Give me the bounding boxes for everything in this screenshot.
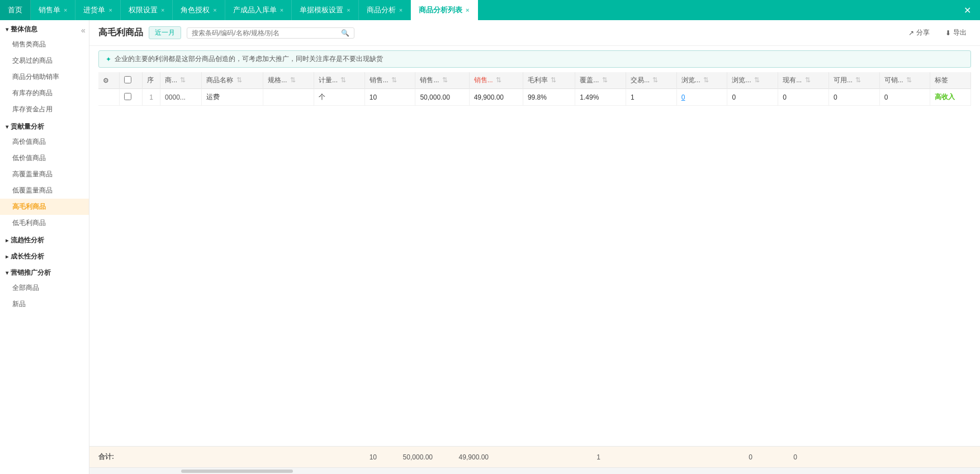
col-saleable-stock[interactable]: 可销... ⇅ (879, 72, 930, 89)
sidebar-item-sales-goods[interactable]: 销售类商品 (0, 36, 89, 53)
sidebar-group-contribution[interactable]: ▾ 贡献量分析 (0, 118, 89, 134)
cell-available-stock: 0 (828, 89, 879, 106)
col-transaction[interactable]: 交易... ⇅ (626, 72, 677, 89)
cell-name: 运费 (202, 89, 263, 106)
search-box: 🔍 (187, 27, 354, 39)
close-product-warehouse[interactable]: × (280, 7, 283, 13)
horizontal-scrollbar[interactable] (89, 467, 980, 474)
col-browse1[interactable]: 浏览... ⇅ (676, 72, 727, 89)
cell-gross-margin: 99.8% (523, 89, 575, 106)
col-code[interactable]: 商... ⇅ (160, 72, 202, 89)
arrow-down-icon-3: ▾ (6, 270, 8, 276)
close-role-auth[interactable]: × (213, 7, 216, 13)
sidebar-item-distribution-rate[interactable]: 商品分销助销率 (0, 69, 89, 85)
cell-spec (263, 89, 314, 106)
search-icon[interactable]: 🔍 (341, 29, 349, 37)
col-current-stock[interactable]: 现有... ⇅ (778, 72, 829, 89)
close-sales-order[interactable]: × (64, 7, 67, 13)
sidebar-item-high-coverage[interactable]: 高覆盖量商品 (0, 166, 89, 182)
select-all-checkbox[interactable] (124, 76, 131, 83)
sidebar-item-low-value[interactable]: 低价值商品 (0, 150, 89, 166)
sidebar-item-low-margin[interactable]: 低毛利商品 (0, 215, 89, 231)
col-sales-amount[interactable]: 销售... ⇅ (415, 72, 469, 89)
sidebar-item-all-goods[interactable]: 全部商品 (0, 280, 89, 296)
sidebar-group-growth[interactable]: ▸ 成长性分析 (0, 247, 89, 264)
export-button[interactable]: ⬇ 导出 (941, 26, 971, 40)
cell-sales-amount: 50,000.00 (415, 89, 469, 106)
nav-product-analysis[interactable]: 商品分析 × (359, 0, 411, 20)
cell-browse1[interactable]: 0 (676, 89, 727, 106)
cell-settings (98, 89, 120, 106)
close-permission-settings[interactable]: × (161, 7, 164, 13)
cell-tag: 高收入 (930, 89, 971, 106)
footer-sales-amount: 50,000.00 (388, 453, 444, 461)
content-header: 高毛利商品 近一月 🔍 ↗ 分享 ⬇ 导出 (89, 20, 980, 46)
scrollbar-thumb[interactable] (181, 470, 293, 473)
col-settings[interactable]: ⚙ (98, 72, 120, 89)
top-navigation: 首页 销售单 × 进货单 × 权限设置 × 角色授权 × 产成品入库单 × 单据… (0, 0, 980, 20)
arrow-down-icon: ▾ (6, 26, 8, 32)
nav-role-auth[interactable]: 角色授权 × (173, 0, 225, 20)
sidebar-item-in-stock-goods[interactable]: 有库存的商品 (0, 85, 89, 101)
col-gross-margin[interactable]: 毛利率 ⇅ (523, 72, 575, 89)
table-wrapper: ⚙ 序 商... ⇅ 商品名称 ⇅ 规格... ⇅ (98, 72, 971, 446)
arrow-right-icon-2: ▸ (6, 254, 8, 260)
sort-icon-5: ⇅ (391, 76, 397, 84)
col-unit[interactable]: 计量... ⇅ (314, 72, 364, 89)
col-checkbox (120, 72, 143, 89)
col-available-stock[interactable]: 可用... ⇅ (828, 72, 879, 89)
search-input[interactable] (192, 29, 339, 37)
row-checkbox[interactable] (124, 93, 131, 100)
footer-total: 合计: 10 50,000.00 49,900.00 1 0 0 (89, 446, 980, 467)
footer-transaction: 1 (567, 453, 612, 461)
col-spec[interactable]: 规格... ⇅ (263, 72, 314, 89)
col-coverage[interactable]: 覆盖... ⇅ (575, 72, 626, 89)
sidebar-item-low-coverage[interactable]: 低覆盖量商品 (0, 182, 89, 199)
cell-transaction: 1 (626, 89, 677, 106)
cell-index: 1 (143, 89, 160, 106)
col-tag[interactable]: 标签 (930, 72, 971, 89)
footer-sales-profit: 49,900.00 (444, 453, 500, 461)
sidebar-item-high-value[interactable]: 高价值商品 (0, 134, 89, 150)
table-header-row: ⚙ 序 商... ⇅ 商品名称 ⇅ 规格... ⇅ (98, 72, 971, 89)
page-title: 高毛利商品 (98, 27, 143, 39)
sidebar-item-traded-goods[interactable]: 交易过的商品 (0, 53, 89, 69)
period-button[interactable]: 近一月 (149, 26, 181, 39)
window-close-button[interactable]: ✕ (955, 0, 980, 20)
nav-purchase-order[interactable]: 进货单 × (75, 0, 120, 20)
sidebar-item-high-margin[interactable]: 高毛利商品 (0, 199, 89, 215)
sort-icon-8: ⇅ (551, 76, 556, 84)
col-browse2[interactable]: 浏览... ⇅ (727, 72, 778, 89)
col-sales-profit[interactable]: 销售... ⇅ (469, 72, 523, 89)
sidebar-group-trend[interactable]: ▸ 流趋性分析 (0, 231, 89, 247)
col-name[interactable]: 商品名称 ⇅ (202, 72, 263, 89)
sidebar-group-marketing[interactable]: ▾ 营销推广分析 (0, 264, 89, 280)
nav-home[interactable]: 首页 (0, 0, 31, 20)
sort-icon-6: ⇅ (442, 76, 448, 84)
nav-product-analysis-list[interactable]: 商品分析列表 × (411, 0, 477, 20)
sidebar-group-overall[interactable]: ▾ 整体信息 (0, 20, 89, 36)
sidebar-collapse-button[interactable]: « (78, 25, 89, 36)
close-purchase-order[interactable]: × (108, 7, 112, 13)
arrow-down-icon-2: ▾ (6, 124, 8, 130)
export-icon: ⬇ (945, 29, 951, 37)
sort-icon-12: ⇅ (754, 76, 760, 84)
close-template-settings[interactable]: × (347, 7, 350, 13)
footer-available-stock: 0 (723, 453, 757, 461)
close-product-analysis-list[interactable]: × (466, 7, 469, 13)
nav-sales-order[interactable]: 销售单 × (31, 0, 75, 20)
nav-permission-settings[interactable]: 权限设置 × (121, 0, 173, 20)
sidebar-item-inventory-capital[interactable]: 库存资金占用 (0, 101, 89, 118)
cell-code[interactable]: 0000... (160, 89, 202, 106)
close-product-analysis[interactable]: × (399, 7, 403, 13)
sort-icon-7: ⇅ (496, 76, 501, 84)
main-layout: « ▾ 整体信息 销售类商品 交易过的商品 商品分销助销率 有库存的商品 库存资… (0, 20, 980, 474)
share-button[interactable]: ↗ 分享 (904, 26, 934, 40)
col-sales-qty[interactable]: 销售... ⇅ (364, 72, 415, 89)
sidebar-item-new-goods[interactable]: 新品 (0, 296, 89, 312)
cell-sales-profit: 49,900.00 (469, 89, 523, 106)
nav-template-settings[interactable]: 单据模板设置 × (292, 0, 358, 20)
data-table: ⚙ 序 商... ⇅ 商品名称 ⇅ 规格... ⇅ (98, 72, 971, 106)
cell-browse2: 0 (727, 89, 778, 106)
nav-product-warehouse[interactable]: 产成品入库单 × (225, 0, 292, 20)
